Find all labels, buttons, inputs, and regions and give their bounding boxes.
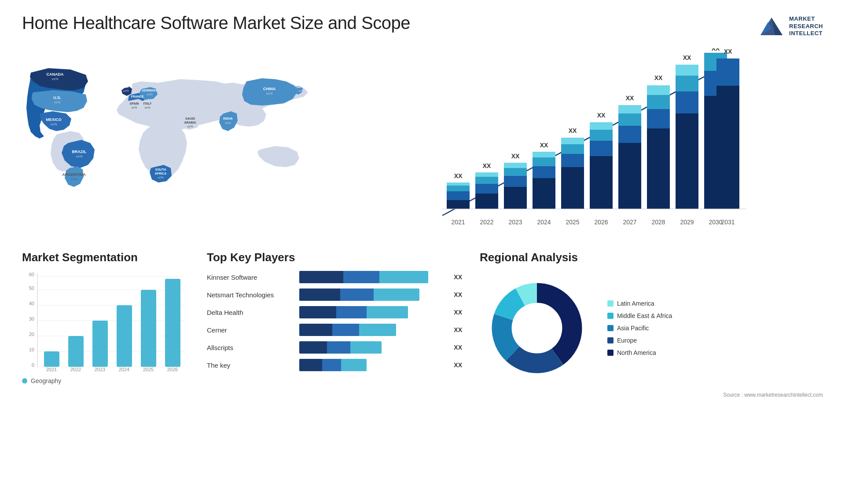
svg-text:2022: 2022: [480, 219, 493, 226]
legend-dot-europe: [607, 337, 614, 343]
svg-text:2029: 2029: [680, 219, 694, 226]
svg-text:XX: XX: [454, 172, 463, 179]
player-bar: [299, 324, 396, 336]
svg-text:SOUTH: SOUTH: [155, 168, 166, 171]
segmentation-legend: Geography: [22, 377, 189, 384]
svg-text:xx%: xx%: [298, 89, 304, 92]
player-row: Kinnser Software XX: [207, 271, 462, 283]
svg-text:INDIA: INDIA: [223, 117, 233, 121]
svg-text:XX: XX: [724, 48, 732, 55]
svg-text:0: 0: [32, 362, 34, 368]
svg-text:XX: XX: [626, 95, 634, 102]
svg-text:2025: 2025: [566, 219, 579, 226]
svg-rect-57: [533, 157, 555, 166]
svg-text:xx%: xx%: [51, 77, 58, 81]
svg-text:MEXICO: MEXICO: [46, 117, 62, 122]
svg-text:2021: 2021: [451, 219, 465, 226]
world-map-container: CANADA xx% U.S. xx% MEXICO xx% BRAZIL xx…: [22, 48, 321, 237]
bar-chart-svg: XX 2021 XX 2022 XX 2023: [339, 48, 823, 237]
source-text: Source : www.marketresearchintellect.com: [480, 392, 823, 398]
svg-rect-44: [475, 184, 498, 194]
regional-legend: Latin America Middle East & Africa Asia …: [607, 300, 672, 356]
svg-text:ARABIA: ARABIA: [184, 121, 196, 124]
svg-rect-123: [141, 290, 156, 367]
svg-text:GERMANY: GERMANY: [142, 89, 158, 92]
header: Home Healthcare Software Market Size and…: [22, 13, 823, 40]
player-row: Delta Health XX: [207, 306, 462, 318]
player-name: Allscripts: [207, 344, 295, 351]
svg-rect-39: [447, 186, 470, 191]
svg-rect-75: [618, 113, 641, 126]
svg-rect-37: [447, 200, 470, 209]
svg-rect-68: [590, 141, 613, 156]
svg-text:20: 20: [29, 332, 34, 337]
player-name: Delta Health: [207, 309, 295, 316]
svg-text:U.K.: U.K.: [123, 85, 129, 88]
svg-rect-87: [676, 76, 698, 91]
svg-rect-81: [647, 95, 670, 109]
svg-point-133: [514, 305, 560, 351]
player-row: The key XX: [207, 359, 462, 371]
legend-label-apac: Asia Pacific: [617, 325, 649, 332]
svg-text:XX: XX: [569, 127, 577, 134]
svg-rect-67: [590, 156, 613, 209]
page-container: Home Healthcare Software Market Size and…: [0, 0, 845, 504]
legend-label-europe: Europe: [617, 337, 637, 344]
segmentation-title: Market Segmentation: [22, 251, 189, 264]
svg-rect-38: [447, 191, 470, 200]
svg-text:FRANCE: FRANCE: [131, 95, 143, 98]
player-val: XX: [454, 309, 462, 316]
svg-rect-40: [447, 183, 470, 186]
player-bar-wrapper: [299, 359, 446, 371]
player-name: Cerner: [207, 326, 295, 334]
player-bar-wrapper: [299, 306, 446, 318]
svg-rect-74: [618, 126, 641, 143]
player-row: Allscripts XX: [207, 341, 462, 354]
svg-text:2026: 2026: [167, 367, 178, 372]
seg-legend-label: Geography: [31, 377, 61, 384]
legend-label-latin: Latin America: [617, 300, 654, 307]
svg-rect-52: [504, 163, 527, 168]
svg-text:XX: XX: [511, 153, 520, 160]
svg-text:ITALY: ITALY: [143, 102, 151, 105]
svg-text:XX: XX: [483, 162, 491, 169]
logo-text: MARKET RESEARCH INTELLECT: [789, 15, 823, 38]
player-val: XX: [454, 344, 462, 351]
regional-pie-chart: [480, 271, 594, 385]
svg-text:60: 60: [29, 272, 34, 277]
svg-text:50: 50: [29, 285, 34, 291]
key-players-section: Top Key Players Kinnser Software XX: [207, 251, 462, 371]
svg-rect-115: [44, 351, 59, 367]
svg-text:2023: 2023: [508, 219, 522, 226]
legend-item-na: North America: [607, 349, 672, 356]
svg-text:xx%: xx%: [134, 99, 140, 102]
svg-text:xx%: xx%: [76, 154, 82, 158]
svg-text:AFRICA: AFRICA: [155, 172, 166, 175]
svg-text:xx%: xx%: [50, 122, 57, 126]
player-name: Netsmart Technologies: [207, 291, 295, 299]
svg-text:2027: 2027: [623, 219, 636, 226]
svg-text:xx%: xx%: [123, 89, 129, 92]
regional-section: Regional Analysis: [480, 251, 823, 398]
player-bar-wrapper: [299, 289, 446, 301]
player-bar: [299, 271, 428, 283]
svg-rect-88: [676, 65, 698, 76]
player-bar-wrapper: [299, 271, 446, 283]
svg-text:XX: XX: [597, 112, 606, 119]
svg-rect-119: [92, 321, 108, 367]
legend-dot-latin: [607, 300, 614, 307]
svg-rect-96: [716, 86, 739, 209]
svg-text:2030: 2030: [709, 219, 722, 226]
svg-text:xx%: xx%: [225, 121, 231, 124]
svg-rect-43: [475, 194, 498, 209]
legend-item-latin: Latin America: [607, 300, 672, 307]
regional-title: Regional Analysis: [480, 251, 823, 264]
legend-dot-na: [607, 350, 614, 356]
key-players-title: Top Key Players: [207, 251, 462, 264]
svg-text:2022: 2022: [70, 367, 81, 372]
svg-rect-64: [561, 138, 584, 144]
svg-rect-69: [590, 130, 613, 141]
svg-text:xx%: xx%: [158, 176, 163, 179]
svg-rect-117: [68, 336, 84, 367]
svg-text:SPAIN: SPAIN: [130, 102, 139, 105]
